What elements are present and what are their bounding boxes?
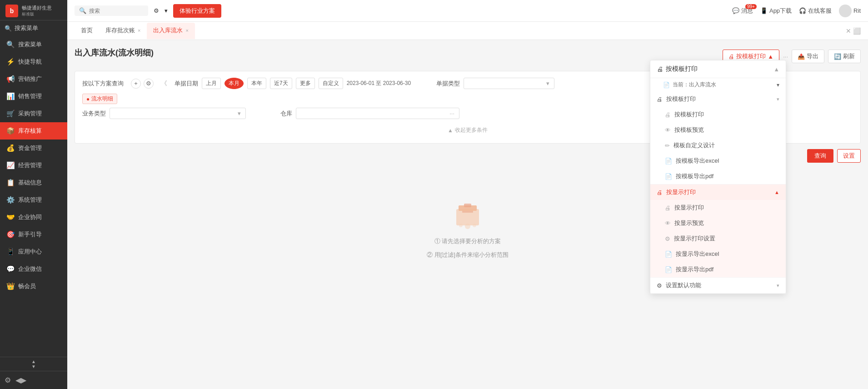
industry-solution-button[interactable]: 体验行业方案 xyxy=(173,4,221,18)
sidebar-item-cooperation[interactable]: 🤝企业协同 xyxy=(0,209,67,226)
member-nav-icon: 👑 xyxy=(6,282,15,290)
sidebar-item-shortcut[interactable]: ⚡快捷导航 xyxy=(0,53,67,70)
system-nav-icon: ⚙️ xyxy=(6,196,15,204)
date-more-btn[interactable]: 更多 xyxy=(296,78,315,89)
tab-close-icon[interactable]: × xyxy=(185,28,188,33)
tab-首页[interactable]: 首页 xyxy=(75,23,99,39)
logo-text: 畅捷通好生意 xyxy=(22,5,52,11)
sidebar-item-appcenter[interactable]: 📱应用中心 xyxy=(0,243,67,260)
template-print-header[interactable]: 🖨 按模板打印 ▾ xyxy=(650,91,786,107)
tag-icon: ● xyxy=(86,96,90,102)
settings-bottom-icon[interactable]: ⚙ xyxy=(5,376,11,384)
sidebar-item-purchase[interactable]: 🛒采购管理 xyxy=(0,105,67,122)
tab-库存批次账[interactable]: 库存批次账× xyxy=(99,23,147,39)
customer-service-item[interactable]: 🎧 在线客服 xyxy=(799,7,832,15)
sidebar-item-basic[interactable]: 📋基础信息 xyxy=(0,174,67,191)
sidebar: b 畅捷通好生意 标准版 🔍 搜索菜单 🔍搜索菜单⚡快捷导航📢营销推广📊销售管理… xyxy=(0,0,67,389)
export-button[interactable]: 📤 导出 xyxy=(792,50,824,63)
empty-illustration xyxy=(449,195,486,232)
svg-rect-3 xyxy=(462,211,473,213)
collapse-sidebar-icon[interactable]: ◀▶ xyxy=(15,376,26,384)
header-settings-icon[interactable]: ⚙ xyxy=(154,7,159,14)
doc-type-select[interactable]: ▾ xyxy=(464,78,554,89)
header-search-input[interactable] xyxy=(89,8,144,14)
display-excel-icon: 📄 xyxy=(665,251,672,258)
date-this-year-btn[interactable]: 本年 xyxy=(247,78,266,89)
finance-nav-icon: 💰 xyxy=(6,144,15,152)
shortcut-nav-icon: ⚡ xyxy=(6,58,15,66)
sidebar-item-label-operation: 经营管理 xyxy=(18,161,42,170)
sidebar-item-operation[interactable]: 📈经营管理 xyxy=(0,157,67,174)
tabs-right-controls: ✕ ⬜ xyxy=(846,27,861,35)
warehouse-select[interactable]: ··· xyxy=(296,108,459,119)
filter-settings-button[interactable]: ⚙ xyxy=(144,79,154,89)
refresh-button[interactable]: 🔄 刷新 xyxy=(828,50,861,63)
header-dropdown-icon[interactable]: ▾ xyxy=(165,7,168,14)
template-print-item[interactable]: 🖨 按模板打印 xyxy=(650,107,786,122)
template-design-item[interactable]: ✏ 模板自定义设计 xyxy=(650,138,786,153)
filter-collapse-icon[interactable]: 《 xyxy=(161,80,167,88)
sidebar-item-label-appcenter: 应用中心 xyxy=(18,248,42,256)
template-export-pdf-item[interactable]: 📄 按模板导出pdf xyxy=(650,169,786,184)
settings-button[interactable]: 设置 xyxy=(837,149,861,163)
sidebar-item-member[interactable]: 👑畅会员 xyxy=(0,278,67,295)
display-print-item[interactable]: 🖨 按显示打印 xyxy=(650,200,786,215)
tab-close-icon[interactable]: × xyxy=(138,28,140,33)
date-this-month-btn[interactable]: 本月 xyxy=(224,78,244,89)
toolbar-more-icon[interactable]: ··· xyxy=(783,53,788,60)
sidebar-item-sales[interactable]: 📊销售管理 xyxy=(0,88,67,105)
scroll-down-arrow[interactable]: ▼ xyxy=(31,364,36,369)
inventory-nav-icon: 📦 xyxy=(6,127,15,135)
sidebar-item-marketing[interactable]: 📢营销推广 xyxy=(0,70,67,88)
date-last-month-btn[interactable]: 上月 xyxy=(202,78,221,89)
app-download-item[interactable]: 📱 App下载 xyxy=(760,7,792,15)
sidebar-item-guide[interactable]: 🎯新手引导 xyxy=(0,226,67,243)
display-preview-item[interactable]: 👁 按显示预览 xyxy=(650,215,786,231)
query-button[interactable]: 查询 xyxy=(807,149,833,163)
basic-nav-icon: 📋 xyxy=(6,179,15,187)
display-print-header[interactable]: 🖨 按显示打印 ▲ xyxy=(650,185,786,200)
display-print-icon: 🖨 xyxy=(657,189,663,196)
biz-type-field: 业务类型 ▾ xyxy=(82,108,246,119)
notifications-item[interactable]: 💬 消息 99+ xyxy=(732,7,753,15)
date-last-7days-btn[interactable]: 近7天 xyxy=(270,78,292,89)
header-left: 🔍 ⚙ ▾ 体验行业方案 xyxy=(75,4,221,18)
tab-出入库流水[interactable]: 出入库流水× xyxy=(147,23,195,39)
maximize-tab-button[interactable]: ⬜ xyxy=(853,27,861,35)
filter-add-button[interactable]: + xyxy=(131,79,141,89)
sidebar-item-label-sales: 销售管理 xyxy=(18,92,42,100)
scroll-up-arrow[interactable]: ▲ xyxy=(31,359,36,364)
logo-badge: 标准版 xyxy=(22,11,52,17)
sidebar-item-label-shortcut: 快捷导航 xyxy=(18,58,42,66)
sidebar-item-label-cooperation: 企业协同 xyxy=(18,213,42,221)
sidebar-item-finance[interactable]: 💰资金管理 xyxy=(0,140,67,157)
sidebar-item-inventory[interactable]: 📦库存核算 xyxy=(0,122,67,140)
biz-type-select[interactable]: ▾ xyxy=(110,108,246,119)
display-print-settings-item[interactable]: ⚙ 按显示打印设置 xyxy=(650,231,786,246)
doc-type-label: 单据类型 xyxy=(436,80,460,88)
appcenter-nav-icon: 📱 xyxy=(6,248,15,256)
logo-icon: b xyxy=(5,5,18,17)
display-print-section: 🖨 按显示打印 ▲ 🖨 按显示打印 👁 按显示预览 ⚙ xyxy=(650,185,786,278)
sidebar-item-weixin[interactable]: 💬企业微信 xyxy=(0,260,67,278)
filter-tag-label: 流水明细 xyxy=(91,95,113,103)
display-preview-icon: 👁 xyxy=(665,220,671,227)
sidebar-search[interactable]: 🔍 搜索菜单 xyxy=(0,20,67,36)
dropdown-collapse-arrow[interactable]: ▲ xyxy=(773,66,779,73)
sidebar-item-search[interactable]: 🔍搜索菜单 xyxy=(0,36,67,53)
template-export-excel-item[interactable]: 📄 按模板导出excel xyxy=(650,153,786,169)
header-search-box[interactable]: 🔍 xyxy=(75,5,148,16)
default-settings-chevron: ▾ xyxy=(777,283,779,289)
sidebar-item-system[interactable]: ⚙️系统管理 xyxy=(0,191,67,209)
close-tab-button[interactable]: ✕ xyxy=(846,27,851,35)
current-template-label: 当前：出入库流水 xyxy=(673,81,777,89)
date-custom-btn[interactable]: 自定义 xyxy=(319,78,343,89)
tab-label: 首页 xyxy=(81,26,93,35)
current-chevron[interactable]: ▾ xyxy=(777,82,779,88)
template-preview-item[interactable]: 👁 按模板预览 xyxy=(650,122,786,138)
default-settings-header[interactable]: ⚙ 设置默认功能 ▾ xyxy=(650,278,786,293)
user-area[interactable]: Rit xyxy=(839,5,861,17)
display-export-excel-item[interactable]: 📄 按显示导出excel xyxy=(650,246,786,262)
display-export-pdf-item[interactable]: 📄 按显示导出pdf xyxy=(650,262,786,277)
header-right: 💬 消息 99+ 📱 App下载 🎧 在线客服 Rit xyxy=(732,5,861,17)
